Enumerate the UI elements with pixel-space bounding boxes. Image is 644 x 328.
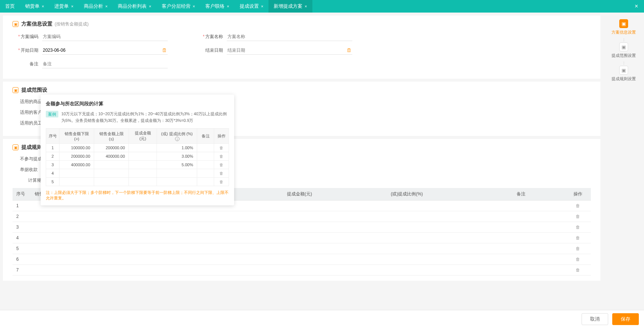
- delete-icon[interactable]: 🗑: [576, 267, 580, 273]
- delete-icon[interactable]: 🗑: [576, 225, 580, 230]
- info-icon: i: [175, 137, 179, 141]
- col-op: 操作: [565, 188, 591, 201]
- remark-label: 备注: [13, 61, 42, 67]
- end-date-input[interactable]: [227, 46, 352, 55]
- code-input[interactable]: [42, 33, 168, 41]
- tab-home[interactable]: 首页: [0, 0, 20, 13]
- close-icon[interactable]: ×: [227, 0, 229, 13]
- tooltip-note: 注：上限必须大于下限；多个阶梯时，下一个阶梯下限要等于前一阶梯上限；不同行之间下…: [46, 190, 229, 201]
- table-row[interactable]: 6🗑: [13, 254, 591, 265]
- name-label: *方案名称: [197, 34, 227, 40]
- section-icon: ▣: [13, 87, 18, 93]
- delete-icon[interactable]: 🗑: [576, 257, 580, 262]
- col-amount: 提成金额(元): [283, 188, 387, 201]
- delete-icon[interactable]: 🗑: [576, 235, 580, 240]
- section-icon: ▣: [13, 21, 18, 27]
- code-label: *方案编码: [13, 34, 42, 40]
- step-icon: ▣: [619, 19, 628, 28]
- panel-subtitle: (按销售金额提成): [55, 21, 89, 27]
- table-row: 2200000.00400000.003.00%🗑: [46, 152, 229, 161]
- tab-customer-tier[interactable]: 客户分层经营×: [157, 0, 200, 13]
- tab-customer-contact[interactable]: 客户联络×: [200, 0, 234, 13]
- col-ratio: (或)提成比例(%): [387, 188, 513, 201]
- delete-icon[interactable]: 🗑: [219, 163, 223, 167]
- table-row: 4🗑: [46, 169, 229, 178]
- delete-icon[interactable]: 🗑: [219, 146, 223, 150]
- close-icon[interactable]: ×: [105, 0, 107, 13]
- delete-icon[interactable]: 🗑: [576, 246, 580, 251]
- remark-input[interactable]: [42, 60, 168, 68]
- side-nav: ▣ 方案信息设置 ▣ 提成范围设置 ▣ 提成规则设置: [603, 13, 644, 306]
- tabs-bar: 首页 销货单× 进货单× 商品分析× 商品分析列表× 客户分层经营× 客户联络×…: [0, 0, 644, 13]
- col-remark: 备注: [513, 188, 565, 201]
- table-row: 3400000.005.00%🗑: [46, 161, 229, 169]
- table-row: 5🗑: [46, 178, 229, 186]
- side-step-rule[interactable]: ▣ 提成规则设置: [606, 66, 642, 82]
- delete-icon[interactable]: 🗑: [576, 203, 580, 208]
- delete-icon[interactable]: 🗑: [576, 214, 580, 219]
- tab-commission-settings[interactable]: 提成设置×: [234, 0, 268, 13]
- table-row[interactable]: 2🗑: [13, 211, 591, 222]
- close-icon[interactable]: ×: [71, 0, 73, 13]
- tab-purchase[interactable]: 进货单×: [49, 0, 78, 13]
- col-seq: 序号: [13, 188, 31, 201]
- table-row: 1100000.00200000.001.00%🗑: [46, 144, 229, 152]
- panel-title: 提成范围设: [21, 87, 47, 93]
- table-row[interactable]: 4🗑: [13, 233, 591, 243]
- close-icon[interactable]: ×: [42, 0, 44, 13]
- step-icon: ▣: [619, 42, 628, 51]
- name-input[interactable]: [227, 33, 352, 41]
- close-icon[interactable]: ×: [149, 0, 151, 13]
- step-icon: ▣: [619, 66, 628, 75]
- section-icon: ▣: [13, 144, 18, 150]
- close-icon[interactable]: ×: [193, 0, 195, 13]
- side-step-scope[interactable]: ▣ 提成范围设置: [606, 42, 642, 58]
- panel-title: 方案信息设置: [21, 21, 52, 27]
- tooltip-table: 序号 销售金额下限 (>) 销售金额上限 (≤) 提成金额 (元) (或) 提成…: [46, 128, 229, 186]
- tooltip-title: 全额参与所在区间段的计算: [46, 100, 229, 107]
- tab-goods-analysis-list[interactable]: 商品分析列表×: [113, 0, 156, 13]
- tab-goods-analysis[interactable]: 商品分析×: [79, 0, 113, 13]
- table-row[interactable]: 3🗑: [13, 222, 591, 233]
- table-row[interactable]: 7🗑: [13, 265, 591, 276]
- case-text: 10万元以下无提成；10~20万元提成比例为1%；20~40万提成比例为3%；4…: [61, 111, 229, 124]
- tab-new-commission[interactable]: 新增提成方案×: [268, 0, 312, 13]
- close-icon[interactable]: ×: [261, 0, 263, 13]
- close-all-icon[interactable]: ×: [632, 0, 641, 13]
- tab-sales[interactable]: 销货单×: [20, 0, 49, 13]
- tooltip-popover: 全额参与所在区间段的计算 案例 10万元以下无提成；10~20万元提成比例为1%…: [41, 95, 234, 205]
- panel-info: ▣ 方案信息设置 (按销售金额提成) *方案编码 *方案名称 *开始日期: [3, 16, 600, 79]
- case-tag: 案例: [46, 111, 58, 117]
- start-date-label: *开始日期: [13, 47, 42, 54]
- delete-icon[interactable]: 🗑: [219, 154, 223, 158]
- end-date-label: 结束日期: [197, 47, 227, 54]
- table-row[interactable]: 5🗑: [13, 243, 591, 254]
- delete-icon[interactable]: 🗑: [219, 180, 223, 184]
- delete-icon[interactable]: 🗑: [219, 171, 223, 175]
- close-icon[interactable]: ×: [305, 0, 307, 13]
- side-step-info[interactable]: ▣ 方案信息设置: [606, 19, 642, 35]
- start-date-input[interactable]: [42, 46, 168, 55]
